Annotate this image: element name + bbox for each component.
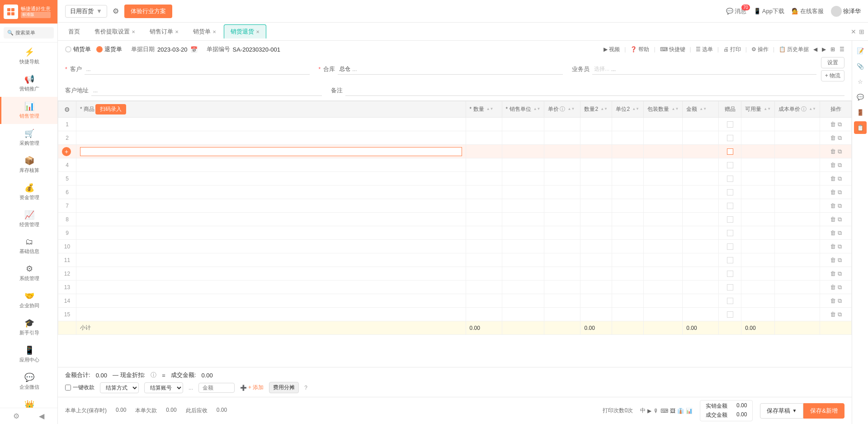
- sidebar-item-inventory[interactable]: 📦 库存核算: [0, 151, 57, 178]
- data-cell[interactable]: [683, 199, 719, 213]
- data-cell[interactable]: [580, 253, 612, 267]
- print-button[interactable]: 🖨 打印: [723, 46, 741, 53]
- gift-checkbox[interactable]: [727, 298, 733, 304]
- data-cell[interactable]: [644, 240, 683, 253]
- rp-door-button[interactable]: 🚪: [854, 106, 867, 119]
- data-cell[interactable]: [683, 186, 719, 199]
- data-cell[interactable]: [466, 240, 502, 253]
- data-cell[interactable]: [580, 281, 612, 294]
- bottom-tool-5[interactable]: 🖼: [670, 407, 675, 414]
- gift-checkbox[interactable]: [727, 257, 733, 263]
- sort-arrows-icon[interactable]: ▲▼: [567, 108, 575, 110]
- available-cell[interactable]: [741, 226, 775, 240]
- delete-row-button[interactable]: 🗑: [830, 297, 836, 305]
- data-cell[interactable]: [544, 308, 580, 321]
- data-cell[interactable]: [544, 267, 580, 281]
- gift-checkbox[interactable]: [727, 216, 733, 223]
- cost-cell[interactable]: [775, 172, 820, 186]
- data-cell[interactable]: [612, 158, 644, 172]
- data-cell[interactable]: [466, 281, 502, 294]
- cost-cell[interactable]: [775, 308, 820, 321]
- data-cell[interactable]: [612, 118, 644, 131]
- data-cell[interactable]: [612, 186, 644, 199]
- sort-arrows-icon[interactable]: ▲▼: [671, 108, 679, 110]
- data-cell[interactable]: [612, 240, 644, 253]
- available-cell[interactable]: [741, 199, 775, 213]
- bottom-tool-2[interactable]: ▶: [647, 407, 651, 414]
- sidebar-item-shortcut[interactable]: ⚡ 快捷导航: [0, 43, 57, 70]
- data-cell[interactable]: [502, 199, 544, 213]
- data-cell[interactable]: [612, 145, 644, 158]
- cost-cell[interactable]: [775, 186, 820, 199]
- data-cell[interactable]: [644, 213, 683, 226]
- column-settings-button[interactable]: ⚙: [64, 106, 70, 113]
- gift-checkbox[interactable]: [727, 271, 733, 277]
- product-cell[interactable]: [76, 281, 466, 294]
- data-cell[interactable]: [466, 172, 502, 186]
- data-cell[interactable]: [683, 158, 719, 172]
- sale-doc-radio[interactable]: 销货单: [65, 45, 91, 53]
- sort-arrows-icon[interactable]: ▲▼: [533, 108, 541, 110]
- data-cell[interactable]: [644, 199, 683, 213]
- tab-close-icon[interactable]: ✕: [132, 29, 135, 34]
- data-cell[interactable]: [580, 145, 612, 158]
- data-cell[interactable]: [544, 158, 580, 172]
- rp-star-button[interactable]: ☆: [854, 75, 867, 88]
- customer-input[interactable]: ...: [85, 64, 310, 75]
- add-row-button[interactable]: +: [62, 147, 71, 156]
- dropdown-arrow-icon[interactable]: ▼: [792, 408, 797, 413]
- data-cell[interactable]: [683, 253, 719, 267]
- data-cell[interactable]: [502, 253, 544, 267]
- warehouse-input[interactable]: 总仓 ...: [338, 64, 563, 75]
- message-button[interactable]: 💬 消息 70: [726, 7, 746, 15]
- product-cell[interactable]: [76, 199, 466, 213]
- cost-cell[interactable]: [775, 199, 820, 213]
- data-cell[interactable]: [683, 308, 719, 321]
- data-cell[interactable]: [644, 308, 683, 321]
- list-view-button[interactable]: ☰: [840, 46, 844, 52]
- delete-row-button[interactable]: 🗑: [830, 134, 836, 142]
- product-cell[interactable]: [76, 226, 466, 240]
- copy-row-button[interactable]: ⧉: [838, 270, 842, 277]
- settings-side-button[interactable]: 设置: [821, 57, 844, 68]
- gift-checkbox[interactable]: [727, 311, 733, 318]
- data-cell[interactable]: [466, 226, 502, 240]
- data-cell[interactable]: [466, 213, 502, 226]
- product-cell[interactable]: [76, 118, 466, 131]
- product-cell[interactable]: [76, 267, 466, 281]
- one-key-collect-checkbox[interactable]: [65, 385, 71, 391]
- tab-sales-return[interactable]: 销货退货 ✕: [224, 24, 266, 38]
- data-cell[interactable]: [644, 294, 683, 308]
- data-cell[interactable]: [580, 213, 612, 226]
- daily-selector[interactable]: 日用百货 ▼: [65, 5, 107, 18]
- search-menu-button[interactable]: 🔍 搜索菜单: [4, 27, 54, 38]
- online-service-button[interactable]: 💁 在线客服: [792, 7, 824, 15]
- data-cell[interactable]: [580, 118, 612, 131]
- sidebar-settings-button[interactable]: ⚙: [13, 412, 19, 420]
- data-cell[interactable]: [683, 213, 719, 226]
- next-doc-button[interactable]: ▶: [822, 46, 826, 52]
- gift-checkbox[interactable]: [727, 148, 733, 155]
- save-draft-button[interactable]: 保存草稿 ▼: [760, 403, 803, 419]
- tab-sales-order[interactable]: 销售订单 ✕: [143, 24, 185, 38]
- fee-split-help-icon[interactable]: ?: [304, 385, 307, 391]
- copy-row-button[interactable]: ⧉: [838, 202, 842, 210]
- available-cell[interactable]: [741, 253, 775, 267]
- col-settings[interactable]: ⚙: [58, 101, 76, 118]
- info-icon[interactable]: ⓘ: [560, 105, 565, 113]
- history-doc-button[interactable]: 📋 历史单据: [779, 46, 809, 53]
- data-cell[interactable]: [683, 118, 719, 131]
- copy-row-button[interactable]: ⧉: [838, 121, 842, 128]
- sidebar-item-purchase[interactable]: 🛒 采购管理: [0, 124, 57, 151]
- available-cell[interactable]: [741, 118, 775, 131]
- data-cell[interactable]: [544, 172, 580, 186]
- copy-row-button[interactable]: ⧉: [838, 297, 842, 305]
- data-cell[interactable]: [644, 131, 683, 145]
- data-cell[interactable]: [502, 158, 544, 172]
- layout-toggle-button[interactable]: ⊞: [859, 28, 864, 35]
- available-cell[interactable]: [741, 294, 775, 308]
- data-cell[interactable]: [544, 145, 580, 158]
- cost-cell[interactable]: [775, 294, 820, 308]
- remark-input[interactable]: [345, 85, 844, 96]
- product-cell[interactable]: [76, 294, 466, 308]
